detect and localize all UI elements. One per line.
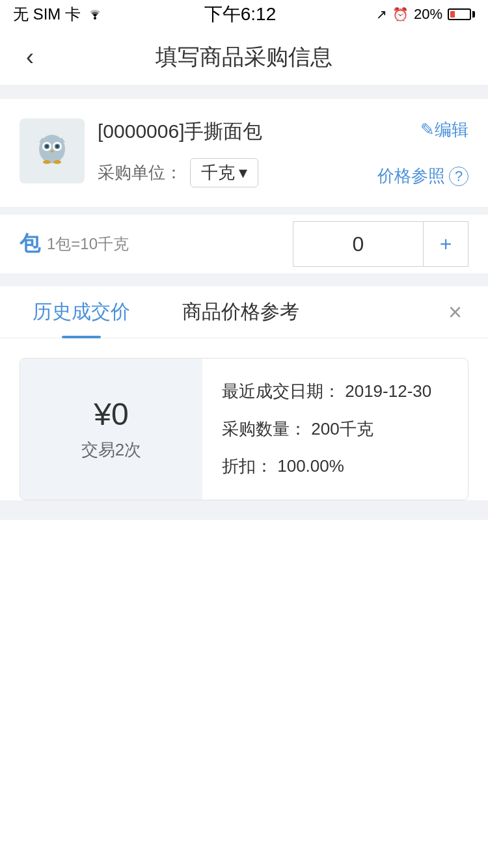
discount-value: 100.00% [277,456,344,476]
alarm-icon: ⏰ [392,7,409,22]
product-image [20,118,85,183]
back-button[interactable]: ‹ [20,37,40,77]
history-price-summary: ¥0 交易2次 [20,359,202,500]
tab2-label: 商品价格参考 [182,299,299,325]
date-value: 2019-12-30 [345,381,431,401]
unit-label: 包 1包=10千克 [20,230,129,258]
purchase-unit-label: 采购单位： [98,161,182,184]
section-divider [0,207,488,215]
tab1-label: 历史成交价 [33,299,130,325]
page-background [0,520,488,868]
edit-button[interactable]: ✎编辑 [420,118,468,141]
svg-point-11 [43,160,51,164]
location-icon: ↗ [376,7,387,22]
price-ref-button[interactable]: 价格参照 ? [377,165,468,187]
price-ref-info-icon: ? [449,167,468,186]
product-card: [0000006]手撕面包 采购单位： 千克 ▾ ✎编辑 价格参照 ? [0,99,488,207]
close-button[interactable]: × [442,292,468,332]
nav-bar: ‹ 填写商品采购信息 [0,29,488,86]
tabs-header: 历史成交价 商品价格参考 × [0,286,488,338]
history-date-row: 最近成交日期： 2019-12-30 [222,378,448,405]
svg-point-6 [46,145,48,148]
qty-label: 采购数量： [222,419,306,439]
status-bar: 无 SIM 卡 下午6:12 ↗ ⏰ 20% [0,0,488,29]
unit-value: 千克 [201,161,235,184]
price-ref-label: 价格参照 [377,165,445,187]
history-details: 最近成交日期： 2019-12-30 采购数量： 200千克 折扣： 100.0… [202,359,468,500]
qty-value: 200千克 [311,419,373,439]
quantity-plus-button[interactable]: + [423,221,468,267]
battery-icon [448,8,475,20]
tabs-panel: 历史成交价 商品价格参考 × ¥0 交易2次 最近成交日期： 2019-12-3… [0,286,488,500]
product-thumbnail-icon [33,128,72,174]
svg-point-12 [53,160,61,164]
quantity-input[interactable] [293,221,423,267]
unit-note: 1包=10千克 [47,234,129,254]
battery-percent: 20% [414,6,442,23]
history-discount-row: 折扣： 100.00% [222,453,448,480]
network-status: 无 SIM 卡 [13,4,81,25]
discount-label: 折扣： [222,456,273,476]
dropdown-arrow-icon: ▾ [239,163,247,183]
tab-product-price-ref[interactable]: 商品价格参考 [169,286,312,338]
history-qty-row: 采购数量： 200千克 [222,416,448,443]
status-time: 下午6:12 [204,2,277,27]
unit-dropdown[interactable]: 千克 ▾ [190,158,258,187]
history-trades-count: 交易2次 [81,439,141,461]
tab-history-price[interactable]: 历史成交价 [20,286,143,338]
wifi-icon [86,5,104,23]
history-card: ¥0 交易2次 最近成交日期： 2019-12-30 采购数量： 200千克 折… [20,358,468,500]
unit-badge: 包 [20,230,40,258]
quantity-row: 包 1包=10千克 + [0,215,488,273]
product-name: [0000006]手撕面包 [98,118,468,145]
quantity-control: + [293,221,468,267]
status-left: 无 SIM 卡 [13,4,104,25]
svg-point-0 [94,17,96,20]
status-right: ↗ ⏰ 20% [376,6,475,23]
date-label: 最近成交日期： [222,381,340,401]
history-price-value: ¥0 [94,396,128,432]
svg-point-7 [56,145,59,148]
page-title: 填写商品采购信息 [156,42,332,72]
